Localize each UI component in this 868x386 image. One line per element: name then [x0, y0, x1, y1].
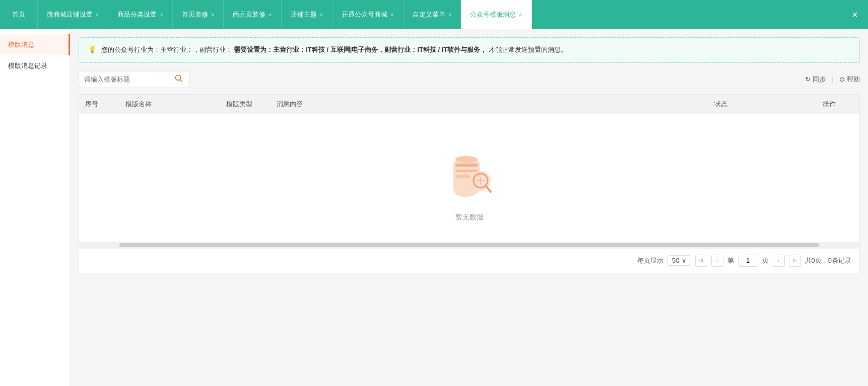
next-page-button[interactable]: ›	[773, 255, 785, 267]
tab-shop-theme[interactable]: 店铺主题 ×	[282, 0, 332, 29]
horizontal-scrollbar[interactable]	[79, 242, 859, 248]
notice-highlight: 需要设置为：主营行业：IT科技 / 互联网|电子商务，副营行业：IT科技 / I…	[234, 46, 487, 53]
svg-rect-5	[455, 170, 478, 172]
tab-home-decor-label: 首页装修	[182, 10, 208, 19]
sidebar-item-template-msg-log-label: 模版消息记录	[8, 62, 47, 69]
search-input[interactable]	[84, 75, 175, 83]
col-header-num: 序号	[79, 95, 119, 114]
empty-illustration	[439, 144, 500, 205]
last-page-button[interactable]: ⊳	[789, 255, 801, 267]
col-header-action: 操作	[799, 95, 859, 114]
help-circle-icon: ⊙	[839, 75, 845, 83]
tab-category-settings[interactable]: 商品分类设置 ×	[108, 0, 172, 29]
tab-shop-theme-label: 店铺主题	[291, 10, 317, 19]
search-icon[interactable]	[175, 74, 183, 84]
col-header-type: 模版类型	[220, 95, 271, 114]
notice-prefix: 您的公众号行业为：主营行业：，副营行业：	[101, 46, 232, 53]
tab-product-decor-close[interactable]: ×	[269, 12, 272, 18]
notice-box: 💡 您的公众号行业为：主营行业：，副营行业： 需要设置为：主营行业：IT科技 /…	[79, 37, 860, 63]
page-size-select[interactable]: 50 ∨	[667, 255, 691, 266]
tab-shop-settings-label: 微商城店铺设置	[47, 10, 93, 19]
help-button[interactable]: ⊙ 帮助	[839, 75, 860, 84]
tab-template-msg-close[interactable]: ×	[519, 12, 522, 18]
first-page-button[interactable]: ⊲	[695, 255, 707, 267]
page-label-pre: 第	[727, 256, 734, 265]
tab-template-msg-label: 公众号模版消息	[470, 10, 516, 19]
sidebar-item-template-msg[interactable]: 模版消息	[0, 34, 70, 55]
tab-category-settings-close[interactable]: ×	[160, 12, 163, 18]
svg-rect-4	[455, 164, 478, 167]
page-size-value: 50	[672, 257, 679, 264]
tab-custom-menu-label: 自定义菜单	[413, 10, 445, 19]
notice-suffix: 才能正常发送预置的消息。	[489, 46, 567, 53]
sidebar: 模版消息 模版消息记录	[0, 29, 71, 386]
table-header: 序号 模版名称 模版类型 消息内容 状态 操作	[79, 95, 859, 114]
sync-icon: ↻	[805, 75, 811, 83]
col-header-status: 状态	[708, 95, 799, 114]
tab-custom-menu-close[interactable]: ×	[448, 12, 451, 18]
tab-open-mall-label: 开通公众号商城	[342, 10, 387, 19]
tab-product-decor[interactable]: 商品页装修 ×	[224, 0, 281, 29]
tab-shop-settings-close[interactable]: ×	[96, 12, 99, 18]
tab-product-decor-label: 商品页装修	[233, 10, 265, 19]
pagination: 每页显示 50 ∨ ⊲ ‹ 第 页 › ⊳ 共0页，0条记录	[79, 248, 859, 273]
tab-shop-settings[interactable]: 微商城店铺设置 ×	[38, 0, 108, 29]
scrollbar-thumb[interactable]	[119, 243, 819, 247]
content-area: 💡 您的公众号行业为：主营行业：，副营行业： 需要设置为：主营行业：IT科技 /…	[71, 29, 868, 386]
col-header-name: 模版名称	[119, 95, 220, 114]
svg-line-1	[180, 80, 182, 82]
sync-button[interactable]: ↻ 同步	[805, 75, 826, 84]
main-layout: 模版消息 模版消息记录 💡 您的公众号行业为：主营行业：，副营行业： 需要设置为…	[0, 29, 868, 386]
tab-open-mall-close[interactable]: ×	[390, 12, 393, 18]
top-nav: 首页 微商城店铺设置 × 商品分类设置 × 首页装修 × 商品页装修 × 店铺主…	[0, 0, 868, 29]
search-input-wrap[interactable]	[79, 71, 189, 88]
page-label-suf: 页	[762, 256, 769, 265]
tab-category-settings-label: 商品分类设置	[117, 10, 157, 19]
right-actions: ↻ 同步 | ⊙ 帮助	[805, 75, 860, 84]
tab-home-label: 首页	[12, 10, 25, 19]
svg-rect-6	[455, 175, 471, 178]
empty-text: 暂无数据	[455, 213, 484, 222]
sidebar-item-template-msg-label: 模版消息	[8, 41, 34, 48]
empty-state: 暂无数据	[79, 114, 859, 242]
template-table: 序号 模版名称 模版类型 消息内容 状态 操作	[79, 94, 860, 273]
tab-shop-theme-close[interactable]: ×	[320, 12, 323, 18]
tab-custom-menu[interactable]: 自定义菜单 ×	[404, 0, 461, 29]
tab-home-decor-close[interactable]: ×	[211, 12, 214, 18]
tab-template-msg[interactable]: 公众号模版消息 ×	[461, 0, 531, 29]
page-num-input[interactable]	[738, 255, 758, 267]
total-info: 共0页，0条记录	[805, 256, 851, 265]
sidebar-item-template-msg-log[interactable]: 模版消息记录	[0, 55, 70, 76]
col-header-content: 消息内容	[271, 95, 708, 114]
sync-label: 同步	[813, 75, 826, 84]
notice-icon: 💡	[88, 46, 96, 53]
page-size-label: 每页显示	[637, 256, 663, 265]
page-size-dropdown-icon: ∨	[682, 257, 687, 264]
close-all-button[interactable]: ✕	[841, 0, 868, 29]
help-label: 帮助	[847, 75, 860, 84]
svg-point-7	[455, 156, 478, 163]
search-bar: ↻ 同步 | ⊙ 帮助	[79, 71, 860, 88]
divider: |	[832, 75, 833, 83]
prev-page-button[interactable]: ‹	[711, 255, 723, 267]
tab-home[interactable]: 首页	[0, 0, 38, 29]
tab-home-decor[interactable]: 首页装修 ×	[173, 0, 224, 29]
tab-open-mall[interactable]: 开通公众号商城 ×	[332, 0, 403, 29]
